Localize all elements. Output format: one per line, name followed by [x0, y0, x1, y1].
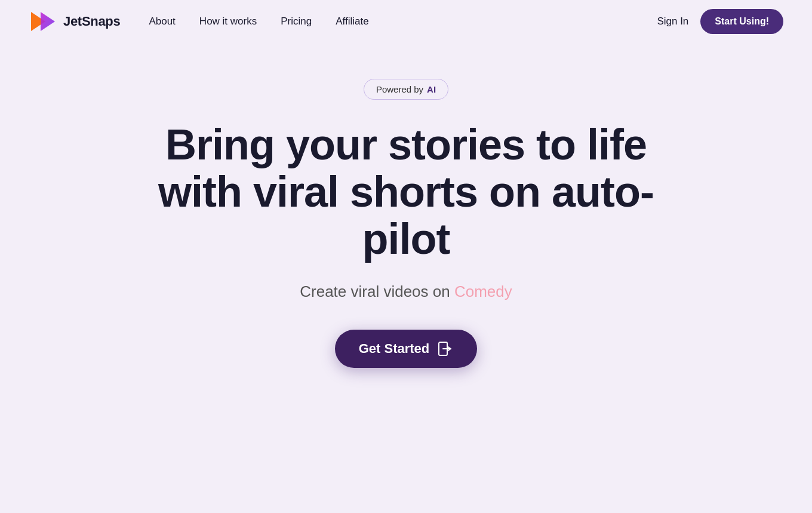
headline-line1: Bring your stories to life [165, 121, 647, 168]
nav-link-about[interactable]: About [149, 16, 175, 27]
brand-name: JetSnaps [63, 14, 120, 29]
hero-subtext: Create viral videos on Comedy [300, 282, 512, 301]
sign-in-button[interactable]: Sign In [657, 16, 688, 27]
hero-headline: Bring your stories to life with viral sh… [137, 121, 675, 263]
nav-link-affiliate[interactable]: Affiliate [336, 16, 368, 27]
nav-item-affiliate[interactable]: Affiliate [336, 16, 368, 27]
logo-icon [29, 7, 57, 36]
start-using-button[interactable]: Start Using! [700, 9, 783, 34]
badge-ai: AI [427, 84, 436, 94]
hero-section: Powered by AI Bring your stories to life… [0, 43, 812, 368]
get-started-label: Get Started [359, 341, 430, 357]
nav-links: About How it works Pricing Affiliate [149, 16, 368, 27]
headline-line2: with viral shorts on auto-pilot [158, 168, 654, 263]
badge-prefix: Powered by [376, 84, 423, 94]
nav-link-how-it-works[interactable]: How it works [199, 16, 257, 27]
nav-item-how-it-works[interactable]: How it works [199, 16, 257, 27]
powered-badge: Powered by AI [364, 79, 448, 100]
subtext-highlight: Comedy [454, 282, 512, 300]
nav-left: JetSnaps About How it works Pricing Affi… [29, 7, 369, 36]
navbar: JetSnaps About How it works Pricing Affi… [0, 0, 812, 43]
nav-link-pricing[interactable]: Pricing [281, 16, 312, 27]
logo-link[interactable]: JetSnaps [29, 7, 120, 36]
arrow-icon [436, 340, 453, 357]
subtext-prefix: Create viral videos on [300, 282, 450, 300]
nav-item-pricing[interactable]: Pricing [281, 16, 312, 27]
get-started-button[interactable]: Get Started [335, 330, 478, 368]
nav-right: Sign In Start Using! [657, 9, 783, 34]
nav-item-about[interactable]: About [149, 16, 175, 27]
svg-marker-1 [41, 12, 55, 31]
